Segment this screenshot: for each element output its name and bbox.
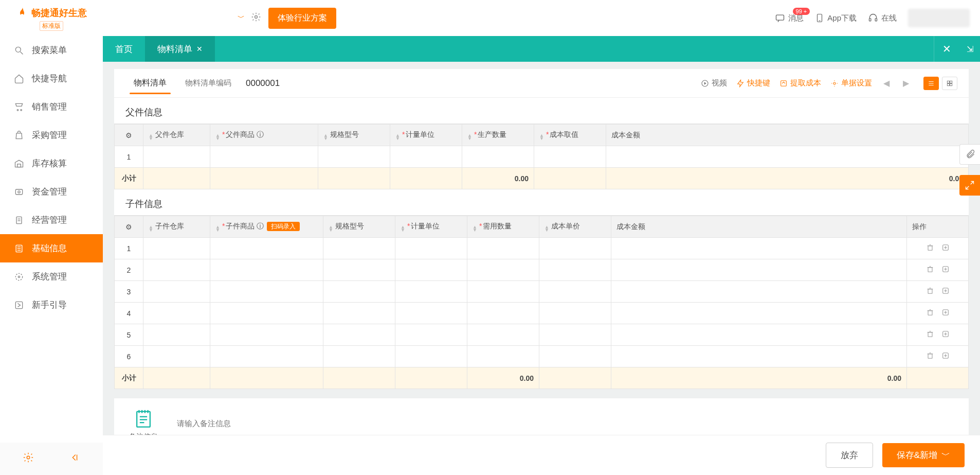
col-parent-qty[interactable]: ▲▼*生产数量 [462,125,534,146]
close-all-tabs[interactable]: ✕ [934,36,959,62]
delete-row[interactable] [926,351,934,361]
gear-icon[interactable] [251,12,261,25]
sidebar-item-sales[interactable]: 销售管理 [0,93,103,121]
discard-button[interactable]: 放弃 [826,443,873,468]
expand-tabbar[interactable]: ⇲ [959,36,980,62]
sidebar-item-search[interactable]: 搜索菜单 [0,36,103,64]
delete-row[interactable] [926,287,934,296]
delete-row[interactable] [926,265,934,275]
child-row[interactable]: 2 [115,259,969,281]
sidebar-item-quicknav[interactable]: 快捷导航 [0,64,103,93]
add-row[interactable] [941,330,950,340]
child-row[interactable]: 6 [115,346,969,367]
next-doc[interactable]: ▶ [901,78,911,88]
child-section-title: 子件信息 [114,189,969,215]
tab-bom[interactable]: 物料清单✕ [145,36,215,62]
flame-icon [16,6,28,20]
svg-point-22 [18,276,20,277]
col-child-product[interactable]: ▲▼*子件商品 ⓘ扫码录入 [210,216,323,238]
col-parent-warehouse[interactable]: ▲▼父件仓库 [143,125,210,146]
child-row[interactable]: 3 [115,281,969,303]
messages-link[interactable]: 消息 99 + [775,13,804,23]
col-parent-spec[interactable]: ▲▼规格型号 [318,125,390,146]
sidebar-item-system[interactable]: 系统管理 [0,262,103,291]
col-child-costamount[interactable]: 成本金额 [611,216,907,238]
save-new-button[interactable]: 保存&新增﹀ [882,443,965,467]
sidebar-footer [0,443,103,475]
add-row[interactable] [941,243,950,253]
col-parent-costamount[interactable]: 成本金额 [606,125,969,146]
tool-shortcut[interactable]: 快捷键 [736,78,770,88]
tool-video[interactable]: 视频 [701,78,727,88]
subtab-bom[interactable]: 物料清单 [125,73,175,94]
tool-doc-settings[interactable]: 单据设置 [830,78,872,88]
child-row[interactable]: 1 [115,238,969,259]
fullscreen-button[interactable] [959,175,980,196]
svg-rect-23 [15,302,22,308]
main-panel: 物料清单 物料清单编码 0000001 视频 快捷键 提取成本 单据设置 ◀ ▶… [103,62,980,475]
svg-line-82 [971,182,974,185]
child-row[interactable]: 5 [115,324,969,346]
tab-home[interactable]: 首页 [103,36,145,62]
online-support-link[interactable]: 在线 [868,13,897,23]
sidebar-item-basicinfo[interactable]: 基础信息 [0,234,103,262]
parent-table: ⚙ ▲▼父件仓库 ▲▼*父件商品 ⓘ ▲▼规格型号 ▲▼*计量单位 ▲▼*生产数… [114,124,969,189]
parent-subtotal: 小计0.000.00 [115,168,969,189]
clipboard-icon [13,215,25,226]
col-child-needqty[interactable]: ▲▼*需用数量 [467,216,539,238]
tool-extract-cost[interactable]: 提取成本 [779,78,821,88]
user-avatar[interactable] [908,9,970,27]
sidebar-item-label: 销售管理 [32,101,67,113]
svg-rect-38 [928,246,932,251]
col-parent-costbasis[interactable]: ▲▼*成本取值 [534,125,606,146]
settings-button[interactable] [23,452,34,466]
cta-button[interactable]: 体验行业方案 [268,8,336,29]
add-row[interactable] [941,308,950,318]
help-icon[interactable]: ⓘ [257,130,264,138]
gear-column[interactable]: ⚙ [115,125,143,146]
gear-column[interactable]: ⚙ [115,216,143,238]
warehouse-icon [13,158,25,169]
sidebar-item-purchase[interactable]: 采购管理 [0,121,103,149]
child-row[interactable]: 4 [115,303,969,324]
col-child-unitcost[interactable]: ▲▼成本单价 [539,216,611,238]
svg-point-21 [15,273,22,280]
attachment-button[interactable] [959,144,980,165]
delete-row[interactable] [926,308,934,318]
sidebar-item-finance[interactable]: 资金管理 [0,178,103,206]
prev-doc[interactable]: ◀ [881,78,892,88]
col-parent-unit[interactable]: ▲▼*计量单位 [390,125,462,146]
settings-icon [830,79,839,87]
sidebar-item-label: 新手引导 [32,299,67,311]
add-row[interactable] [941,351,950,361]
org-selector[interactable]: ﹀ [139,12,261,25]
close-icon[interactable]: ✕ [196,45,203,53]
app-download-link[interactable]: App下载 [815,13,857,23]
svg-point-1 [255,15,258,18]
col-parent-product[interactable]: ▲▼*父件商品 ⓘ [210,125,318,146]
sidebar-item-label: 采购管理 [32,129,67,141]
view-list[interactable] [923,77,939,90]
online-label: 在线 [881,13,897,23]
svg-rect-11 [17,164,21,167]
add-row[interactable] [941,287,950,296]
svg-rect-44 [928,268,932,272]
add-row[interactable] [941,265,950,275]
parent-row[interactable]: 1 [115,146,969,168]
svg-rect-14 [16,217,22,223]
bom-card: 物料清单 物料清单编码 0000001 视频 快捷键 提取成本 单据设置 ◀ ▶… [114,69,969,389]
child-table: ⚙ ▲▼子件仓库 ▲▼*子件商品 ⓘ扫码录入 ▲▼规格型号 ▲▼*计量单位 ▲▼… [114,215,969,389]
collapse-button[interactable] [69,452,80,466]
delete-row[interactable] [926,243,934,253]
sidebar-item-inventory[interactable]: 库存核算 [0,149,103,178]
delete-row[interactable] [926,330,934,340]
sidebar-item-business[interactable]: 经营管理 [0,206,103,234]
help-icon[interactable]: ⓘ [257,222,264,230]
col-child-warehouse[interactable]: ▲▼子件仓库 [143,216,210,238]
view-grid[interactable] [942,77,957,90]
sidebar-item-guide[interactable]: 新手引导 [0,291,103,319]
svg-point-24 [27,456,30,459]
scan-button[interactable]: 扫码录入 [267,222,300,231]
col-child-spec[interactable]: ▲▼规格型号 [323,216,395,238]
col-child-unit[interactable]: ▲▼*计量单位 [395,216,467,238]
